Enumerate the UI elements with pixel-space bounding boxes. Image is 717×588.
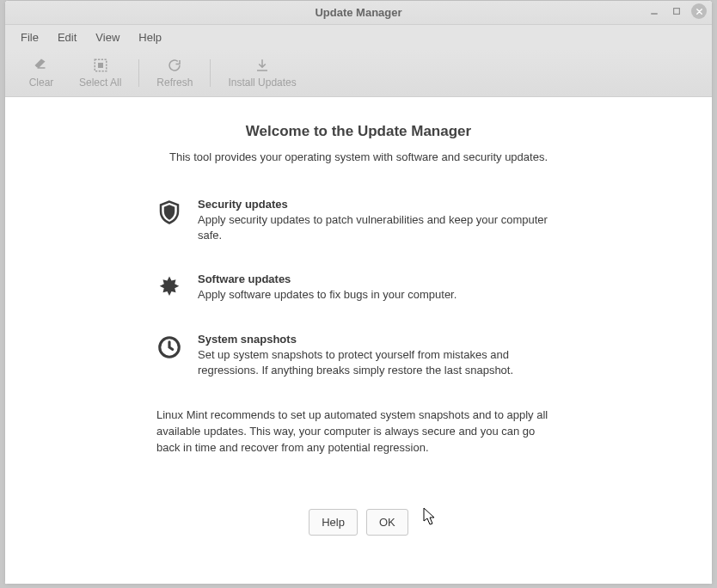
menubar: File Edit View Help xyxy=(5,25,712,49)
update-manager-window: Update Manager File Edit View Help Clear xyxy=(4,0,713,585)
feature-software: Software updates Apply software updates … xyxy=(156,273,561,303)
install-updates-button[interactable]: Install Updates xyxy=(216,54,308,92)
refresh-label: Refresh xyxy=(156,77,193,89)
welcome-subtitle: This tool provides your operating system… xyxy=(169,150,548,163)
recommendation-text: Linux Mint recommends to set up automate… xyxy=(156,407,561,456)
clock-icon xyxy=(156,334,182,360)
clear-icon xyxy=(34,58,49,73)
window-controls xyxy=(647,3,707,19)
feature-description: Set up system snapshots to protect yours… xyxy=(198,347,561,378)
svg-rect-0 xyxy=(651,13,658,15)
feature-title: Software updates xyxy=(198,273,457,285)
svg-rect-3 xyxy=(98,63,103,68)
menu-edit[interactable]: Edit xyxy=(49,28,85,47)
minimize-button[interactable] xyxy=(647,3,662,19)
feature-description: Apply software updates to fix bugs in yo… xyxy=(198,287,457,303)
feature-text: System snapshots Set up system snapshots… xyxy=(198,333,561,378)
select-all-label: Select All xyxy=(79,77,121,89)
close-button[interactable] xyxy=(691,3,707,19)
feature-title: System snapshots xyxy=(198,333,561,346)
refresh-button[interactable]: Refresh xyxy=(144,54,205,92)
feature-security: Security updates Apply security updates … xyxy=(156,198,561,243)
select-all-button[interactable]: Select All xyxy=(67,54,133,92)
svg-rect-1 xyxy=(674,9,680,15)
ok-button[interactable]: OK xyxy=(366,509,408,536)
shield-icon xyxy=(156,199,182,225)
feature-description: Apply security updates to patch vulnerab… xyxy=(198,212,561,243)
dialog-buttons: Help OK xyxy=(309,475,408,567)
feature-title: Security updates xyxy=(198,198,561,211)
feature-list: Security updates Apply security updates … xyxy=(156,198,561,378)
menu-help[interactable]: Help xyxy=(130,28,170,47)
refresh-icon xyxy=(167,58,182,73)
menu-view[interactable]: View xyxy=(87,28,128,47)
clear-button[interactable]: Clear xyxy=(15,54,67,92)
feature-text: Software updates Apply software updates … xyxy=(198,273,457,303)
help-button[interactable]: Help xyxy=(309,509,358,536)
install-icon xyxy=(254,58,270,73)
maximize-button[interactable] xyxy=(669,3,684,19)
toolbar-separator xyxy=(138,59,139,87)
feature-text: Security updates Apply security updates … xyxy=(198,198,561,243)
install-label: Install Updates xyxy=(228,77,296,89)
window-title: Update Manager xyxy=(315,6,401,19)
feature-snapshots: System snapshots Set up system snapshots… xyxy=(156,333,561,378)
toolbar-separator xyxy=(210,59,211,87)
welcome-heading: Welcome to the Update Manager xyxy=(246,123,471,140)
star-burst-icon xyxy=(156,274,182,300)
menu-file[interactable]: File xyxy=(12,28,47,47)
select-all-icon xyxy=(93,58,108,73)
main-content: Welcome to the Update Manager This tool … xyxy=(5,97,712,584)
titlebar: Update Manager xyxy=(5,1,712,25)
toolbar: Clear Select All Refresh Install Updates xyxy=(5,49,712,97)
clear-label: Clear xyxy=(29,77,54,89)
